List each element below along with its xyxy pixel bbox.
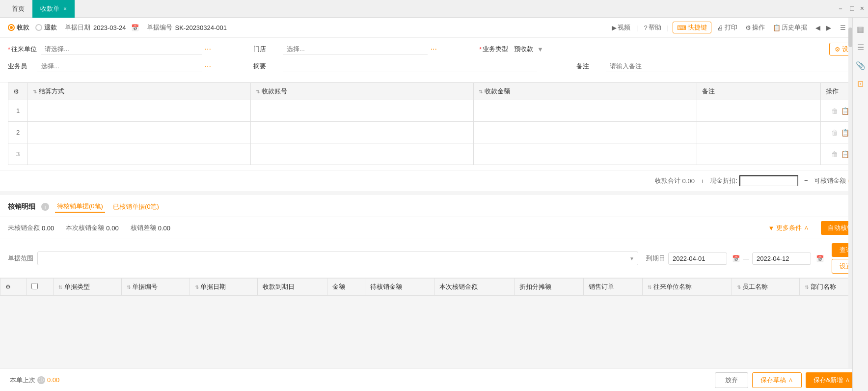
sidebar-icon-3[interactable]: 📎 — [854, 59, 868, 72]
print-action[interactable]: 🖨 打印 — [715, 22, 739, 33]
nav-prev-button[interactable]: ◀ — [813, 23, 823, 32]
row-account-1[interactable] — [251, 100, 474, 122]
staff-input[interactable] — [37, 60, 202, 72]
store-input[interactable] — [283, 43, 428, 55]
tab-close-button[interactable]: × — [63, 0, 67, 18]
sidebar-icon-4[interactable]: ⊡ — [855, 77, 866, 90]
row-settlement-3[interactable] — [28, 143, 251, 165]
store-more-button[interactable]: ··· — [428, 45, 440, 54]
summary-input[interactable] — [283, 60, 537, 72]
bth-discount-label: 折扣分摊额 — [519, 283, 551, 290]
sort-icon[interactable]: ⇅ — [33, 89, 37, 94]
total-value: 0.00 — [682, 177, 695, 185]
sort-icon3[interactable]: ⇅ — [479, 89, 483, 94]
collection-table: ⚙ ⇅ 结算方式 ⇅ 收款账号 ⇅ 收款金额 备注 — [8, 83, 860, 165]
store-label: 门店 — [253, 45, 283, 54]
row-amount-3[interactable] — [474, 143, 697, 165]
range-filter-field: 单据范围 ▼ — [8, 251, 638, 265]
summary-label: 摘要 — [253, 62, 283, 71]
window-maximize[interactable]: □ — [850, 4, 854, 13]
footer-info-label: 本单上次 — [10, 376, 35, 385]
right-sidebar: ▦ ☰ 📎 ⊡ — [852, 18, 868, 391]
writeoff-info-icon[interactable]: i — [41, 203, 49, 211]
history-action[interactable]: 📋 历史单据 — [771, 22, 809, 33]
window-minimize[interactable]: － — [837, 4, 844, 13]
row-remark-2[interactable] — [697, 122, 820, 143]
bth-sort1[interactable]: ⇅ — [58, 284, 62, 290]
bth-sort3[interactable]: ⇅ — [195, 284, 199, 290]
row-account-2[interactable] — [251, 122, 474, 143]
row-settlement-2[interactable] — [28, 122, 251, 143]
tab-active[interactable]: 收款单 × — [32, 0, 75, 18]
operation-action[interactable]: ⚙ 操作 — [743, 22, 767, 33]
bth-staff-label: 员工名称 — [742, 283, 768, 290]
scrollbar-thumb[interactable] — [848, 28, 852, 47]
shortcut-label: 快捷键 — [688, 23, 707, 32]
bth-settings[interactable]: ⚙ — [0, 279, 27, 296]
help-icon: ? — [644, 24, 647, 31]
date-start-input[interactable] — [668, 252, 727, 265]
date-start-icon[interactable]: 📅 — [732, 255, 740, 262]
select-all-checkbox[interactable] — [31, 283, 38, 289]
row-amount-1[interactable] — [474, 100, 697, 122]
row-delete-3[interactable]: 🗑 — [831, 150, 838, 158]
video-action[interactable]: ▶ 视频 — [610, 22, 632, 33]
cash-discount-input[interactable] — [739, 175, 798, 186]
pending-tab[interactable]: 待核销单据(0笔) — [55, 201, 105, 213]
row-account-3[interactable] — [251, 143, 474, 165]
radio-collection[interactable]: 收款 — [8, 23, 29, 32]
view-list-button[interactable]: ☰ — [838, 22, 848, 33]
help-action[interactable]: ? 帮助 — [642, 22, 663, 33]
sidebar-icon-2[interactable]: ☰ — [855, 41, 866, 54]
scrollbar-area[interactable] — [848, 18, 852, 368]
tab-active-label: 收款单 — [40, 0, 59, 18]
row-delete-1[interactable]: 🗑 — [831, 107, 838, 115]
date-end-input[interactable] — [752, 252, 811, 265]
date-calendar-icon[interactable]: 📅 — [131, 24, 139, 31]
range-select[interactable] — [37, 251, 638, 265]
th-settlement: ⇅ 结算方式 — [28, 83, 251, 100]
window-close[interactable]: × — [860, 4, 864, 13]
print-label: 打印 — [725, 23, 737, 32]
total-label: 收款合计 — [655, 176, 680, 185]
radio-refund-dot — [35, 24, 42, 31]
bth-discount: 折扣分摊额 — [515, 279, 584, 296]
unverified-label: 未核销金额 — [8, 223, 40, 232]
save-new-button[interactable]: 保存&新增 ∧ — [806, 372, 858, 388]
tab-home[interactable]: 首页 — [4, 0, 32, 18]
remark-input[interactable] — [606, 60, 860, 72]
row-amount-2[interactable] — [474, 122, 697, 143]
date-field-value: 2023-03-24 — [93, 24, 126, 31]
table-settings-header[interactable]: ⚙ — [8, 83, 28, 100]
row-delete-2[interactable]: 🗑 — [831, 129, 838, 137]
done-tab[interactable]: 已核销单据(0笔) — [111, 201, 161, 212]
bth-sort6[interactable]: ⇅ — [805, 284, 809, 290]
bth-sort5[interactable]: ⇅ — [737, 284, 741, 290]
bth-sort4[interactable]: ⇅ — [648, 284, 651, 290]
sort-icon2[interactable]: ⇅ — [256, 89, 260, 94]
abandon-button[interactable]: 放弃 — [715, 372, 748, 388]
section-separator — [0, 191, 868, 195]
business-type-dropdown[interactable]: ▼ — [537, 46, 543, 53]
th-account-label: 收款账号 — [262, 87, 287, 95]
row-settlement-1[interactable] — [28, 100, 251, 122]
draft-button[interactable]: 保存草稿 ∧ — [752, 372, 802, 388]
sidebar-icon-1[interactable]: ▦ — [855, 23, 866, 36]
row-remark-3[interactable] — [697, 143, 820, 165]
plus-sign: + — [701, 177, 705, 185]
diff-value: 0.00 — [158, 224, 170, 232]
more-conditions-button[interactable]: ▼ 更多条件 ∧ — [768, 223, 810, 232]
radio-collection-dot — [8, 24, 15, 31]
counterpart-more-button[interactable]: ··· — [202, 45, 214, 54]
nav-next-button[interactable]: ▶ — [824, 23, 834, 32]
row-remark-1[interactable] — [697, 100, 820, 122]
date-end-icon[interactable]: 📅 — [816, 255, 824, 262]
staff-more-button[interactable]: ··· — [202, 62, 214, 71]
shortcut-button[interactable]: ⌨ 快捷键 — [673, 22, 711, 33]
date-range-sep: — — [743, 255, 749, 262]
footer-info-icon[interactable]: ⓘ — [37, 376, 45, 384]
due-date-label: 到期日 — [646, 254, 665, 263]
radio-refund[interactable]: 退款 — [35, 23, 57, 32]
bth-sort2[interactable]: ⇅ — [127, 284, 131, 290]
counterpart-input[interactable] — [41, 43, 202, 55]
